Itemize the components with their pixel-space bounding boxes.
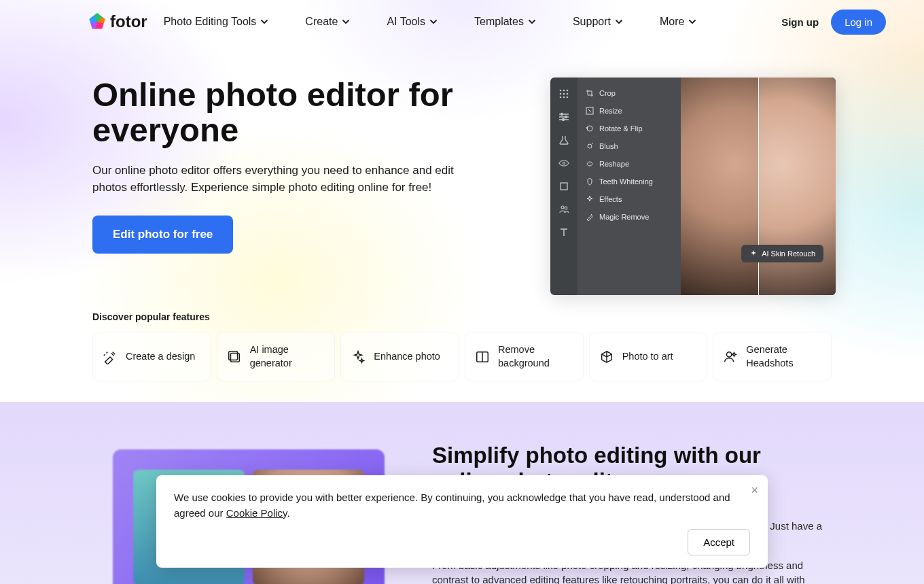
feature-label: Generate Headshots: [746, 343, 821, 370]
features-heading: Discover popular features: [92, 311, 832, 322]
svg-point-0: [560, 90, 562, 92]
tool-resize: Resize: [578, 102, 681, 120]
sliders-icon: [558, 111, 569, 122]
svg-point-15: [565, 207, 567, 209]
feature-label: Remove background: [498, 343, 573, 370]
logo-text: fotor: [110, 12, 147, 31]
chevron-down-icon: [260, 18, 268, 26]
svg-point-3: [560, 93, 562, 95]
after-image: [758, 78, 836, 295]
signup-link[interactable]: Sign up: [781, 16, 819, 28]
tool-effects: Effects: [578, 190, 681, 208]
cookie-policy-link[interactable]: Cookie Policy: [226, 507, 287, 519]
ai-skin-retouch-badge: AI Skin Retouch: [741, 245, 823, 262]
svg-point-12: [563, 162, 565, 165]
photo-art-icon: [599, 349, 614, 364]
svg-point-21: [727, 351, 732, 356]
svg-point-6: [560, 97, 562, 99]
sparkle-icon: [749, 250, 758, 258]
feature-label: Create a design: [126, 350, 195, 364]
feature-label: Enhance photo: [374, 350, 440, 364]
ai-image-icon: [227, 349, 242, 364]
editor-panel: Crop Resize Rotate & Flip Blush Reshape …: [578, 78, 681, 295]
close-icon[interactable]: ×: [751, 483, 758, 498]
tool-blush: Blush: [578, 137, 681, 155]
feature-label: AI image generator: [250, 343, 325, 370]
svg-point-5: [567, 93, 569, 95]
edit-photo-button[interactable]: Edit photo for free: [92, 216, 233, 254]
svg-point-1: [563, 90, 565, 92]
svg-rect-18: [230, 353, 239, 362]
svg-point-2: [567, 90, 569, 92]
before-image: [681, 78, 758, 295]
headshot-icon: [723, 349, 738, 364]
svg-point-14: [561, 206, 564, 209]
svg-point-11: [563, 119, 565, 121]
feature-ai-image-generator[interactable]: AI image generator: [217, 332, 336, 381]
nav-label: AI Tools: [387, 16, 425, 28]
chevron-down-icon: [342, 18, 350, 26]
svg-point-4: [563, 93, 565, 95]
logo[interactable]: fotor: [88, 12, 147, 31]
svg-point-10: [565, 116, 567, 118]
tool-magic-remove: Magic Remove: [578, 208, 681, 226]
svg-rect-19: [228, 351, 237, 360]
nav-label: Create: [305, 16, 338, 28]
svg-point-17: [588, 144, 592, 148]
text-icon: [558, 227, 569, 238]
editor-mockup: Crop Resize Rotate & Flip Blush Reshape …: [550, 78, 836, 295]
nav-label: Templates: [474, 16, 524, 28]
nav-create[interactable]: Create: [305, 16, 350, 28]
chevron-down-icon: [688, 18, 696, 26]
tool-reshape: Reshape: [578, 155, 681, 173]
tool-crop: Crop: [578, 84, 681, 102]
cookie-banner: × We use cookies to provide you with bet…: [156, 475, 768, 568]
nav-label: More: [660, 16, 684, 28]
cookie-text: We use cookies to provide you with bette…: [174, 490, 750, 521]
nav-ai-tools[interactable]: AI Tools: [387, 16, 438, 28]
eye-icon: [558, 158, 569, 169]
hero-visual: Crop Resize Rotate & Flip Blush Reshape …: [474, 78, 836, 295]
feature-create-design[interactable]: Create a design: [92, 332, 211, 381]
editor-canvas: AI Skin Retouch: [681, 78, 836, 295]
nav-more[interactable]: More: [660, 16, 696, 28]
grid-icon: [558, 88, 569, 99]
logo-icon: [88, 13, 106, 31]
hero-title: Online photo editor for everyone: [92, 78, 454, 148]
accept-button[interactable]: Accept: [688, 529, 750, 555]
hero-text: Online photo editor for everyone Our onl…: [92, 78, 454, 254]
flask-icon: [558, 135, 569, 145]
header-actions: Sign up Log in: [781, 10, 886, 35]
chevron-down-icon: [429, 18, 438, 26]
main-nav: Photo Editing Tools Create AI Tools Temp…: [164, 16, 781, 28]
design-icon: [103, 349, 118, 364]
svg-rect-13: [561, 183, 567, 190]
login-button[interactable]: Log in: [831, 10, 886, 35]
frame-icon: [558, 181, 569, 192]
feature-remove-background[interactable]: Remove background: [465, 332, 584, 381]
tool-teeth-whitening: Teeth Whitening: [578, 173, 681, 190]
chevron-down-icon: [615, 18, 623, 26]
nav-support[interactable]: Support: [573, 16, 623, 28]
header: fotor Photo Editing Tools Create AI Tool…: [0, 0, 924, 44]
feature-label: Photo to art: [622, 350, 673, 364]
tool-rotate-flip: Rotate & Flip: [578, 120, 681, 137]
svg-point-7: [563, 97, 565, 99]
svg-point-9: [561, 114, 563, 116]
svg-point-8: [567, 97, 569, 99]
nav-templates[interactable]: Templates: [474, 16, 536, 28]
remove-bg-icon: [475, 349, 490, 364]
people-icon: [558, 204, 569, 215]
nav-photo-editing-tools[interactable]: Photo Editing Tools: [164, 16, 269, 28]
feature-generate-headshots[interactable]: Generate Headshots: [713, 332, 832, 381]
editor-rail: [550, 78, 578, 295]
hero-description: Our online photo editor offers everythin…: [92, 162, 454, 196]
hero: Online photo editor for everyone Our onl…: [0, 44, 924, 311]
nav-label: Photo Editing Tools: [164, 16, 257, 28]
feature-enhance-photo[interactable]: Enhance photo: [340, 332, 459, 381]
enhance-icon: [351, 349, 366, 364]
chevron-down-icon: [528, 18, 536, 26]
nav-label: Support: [573, 16, 611, 28]
feature-photo-to-art[interactable]: Photo to art: [589, 332, 708, 381]
features-section: Discover popular features Create a desig…: [0, 311, 924, 402]
